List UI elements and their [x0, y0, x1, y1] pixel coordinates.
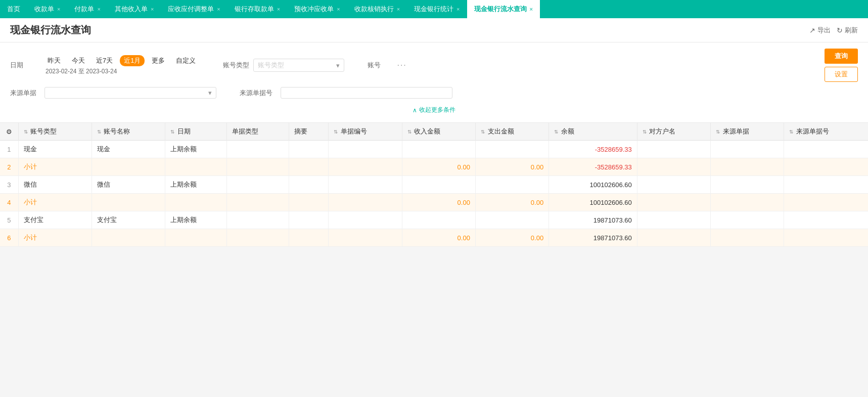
- date-range: 2023-02-24 至 2023-03-24: [45, 67, 200, 76]
- nav-tab-银行存取款单[interactable]: 银行存取款单 ×: [227, 0, 287, 18]
- cell-source-doc-no: [784, 141, 868, 158]
- cell-date: 上期余额: [165, 211, 226, 229]
- chevron-down-icon: ▾: [208, 89, 212, 97]
- source-doc-no-input[interactable]: [281, 87, 452, 99]
- date-option-1month[interactable]: 近1月: [120, 55, 145, 66]
- cell-income: [402, 176, 475, 194]
- nav-tab-其他收入单[interactable]: 其他收入单 ×: [108, 0, 161, 18]
- th-account-type[interactable]: ⇅ 账号类型: [18, 123, 92, 141]
- cell-doc-type: [227, 211, 289, 229]
- cell-summary: [289, 176, 329, 194]
- th-income[interactable]: ⇅ 收入金额: [402, 123, 475, 141]
- th-account-name[interactable]: ⇅ 账号名称: [92, 123, 165, 141]
- close-icon[interactable]: ×: [97, 0, 100, 18]
- nav-tab-应收应付调整单[interactable]: 应收应付调整单 ×: [161, 0, 227, 18]
- date-option-7days[interactable]: 近7天: [92, 55, 117, 66]
- nav-tab-预收冲应收单[interactable]: 预收冲应收单 ×: [287, 0, 347, 18]
- cell-source-doc: [710, 158, 784, 176]
- cell-account-name: 微信: [92, 176, 165, 194]
- cell-index: 3: [0, 176, 18, 194]
- close-icon[interactable]: ×: [151, 0, 154, 18]
- th-expense[interactable]: ⇅ 支出金额: [475, 123, 549, 141]
- close-icon[interactable]: ×: [57, 0, 60, 18]
- query-button[interactable]: 查询: [825, 49, 858, 64]
- cell-date: [165, 194, 226, 211]
- sort-icon: ⇅: [789, 129, 793, 135]
- account-type-value: 账号类型: [258, 61, 284, 70]
- close-icon[interactable]: ×: [530, 0, 533, 18]
- gear-icon[interactable]: ⚙: [6, 128, 12, 136]
- th-source-doc[interactable]: ⇅ 来源单据: [710, 123, 784, 141]
- filter-area: 日期 昨天 今天 近7天 近1月 更多 自定义 2023-02-24 至 202…: [0, 42, 868, 123]
- cell-doc-no: [329, 176, 402, 194]
- cell-account-type: 微信: [18, 176, 92, 194]
- cell-source-doc-no: [784, 211, 868, 229]
- cell-doc-no: [329, 141, 402, 158]
- close-icon[interactable]: ×: [397, 0, 400, 18]
- th-other-name[interactable]: ⇅ 对方户名: [637, 123, 710, 141]
- sort-icon: ⇅: [407, 129, 412, 135]
- cell-doc-type: [227, 194, 289, 211]
- header-actions: ↗ 导出 ↻ 刷新: [809, 26, 858, 35]
- account-type-label: 账号类型: [223, 61, 249, 70]
- cell-index: 4: [0, 194, 18, 211]
- cell-summary: [289, 158, 329, 176]
- sort-icon: ⇅: [24, 129, 28, 135]
- cell-source-doc: [710, 229, 784, 247]
- date-option-yesterday[interactable]: 昨天: [43, 55, 65, 66]
- cell-doc-type: [227, 229, 289, 247]
- close-icon[interactable]: ×: [456, 0, 460, 18]
- export-button[interactable]: ↗ 导出: [809, 26, 831, 35]
- collapse-bar[interactable]: ∧ 收起更多条件: [10, 104, 858, 116]
- th-summary[interactable]: 摘要: [289, 123, 329, 141]
- cell-balance: -3528659.33: [549, 158, 637, 176]
- settings-button[interactable]: 设置: [825, 67, 858, 82]
- cell-doc-type: [227, 158, 289, 176]
- refresh-button[interactable]: ↻ 刷新: [837, 26, 858, 35]
- date-option-more[interactable]: 更多: [148, 55, 169, 66]
- refresh-icon: ↻: [837, 26, 843, 34]
- nav-tab-现金银行流水查询[interactable]: 现金银行流水查询 ×: [467, 0, 540, 18]
- close-icon[interactable]: ×: [277, 0, 280, 18]
- sort-icon: ⇅: [716, 129, 720, 135]
- table-row: 2 小计 0.00 0.00 -3528659.33: [0, 158, 868, 176]
- cell-account-name: [92, 158, 165, 176]
- cell-other-name: [637, 229, 710, 247]
- table-header-row: ⚙ ⇅ 账号类型 ⇅ 账号名称 ⇅ 日期 单据类型 摘要: [0, 123, 868, 141]
- cell-other-name: [637, 158, 710, 176]
- th-source-doc-no[interactable]: ⇅ 来源单据号: [784, 123, 868, 141]
- cell-source-doc-no: [784, 176, 868, 194]
- nav-home[interactable]: 首页: [0, 0, 27, 18]
- account-dots[interactable]: ···: [397, 61, 406, 70]
- th-doc-type[interactable]: 单据类型: [227, 123, 289, 141]
- cell-account-name: [92, 229, 165, 247]
- date-option-today[interactable]: 今天: [68, 55, 89, 66]
- source-doc-select[interactable]: ▾: [44, 87, 216, 99]
- date-options: 昨天 今天 近7天 近1月 更多 自定义: [43, 55, 200, 66]
- nav-tab-现金银行统计[interactable]: 现金银行统计 ×: [407, 0, 467, 18]
- nav-tab-收款单[interactable]: 收款单 ×: [27, 0, 67, 18]
- nav-tab-付款单[interactable]: 付款单 ×: [67, 0, 107, 18]
- filter-row-1: 日期 昨天 今天 近7天 近1月 更多 自定义 2023-02-24 至 202…: [10, 49, 858, 82]
- th-gear[interactable]: ⚙: [0, 123, 18, 141]
- cell-income: [402, 141, 475, 158]
- sort-icon: ⇅: [334, 129, 338, 135]
- source-doc-label: 来源单据: [10, 89, 36, 98]
- close-icon[interactable]: ×: [217, 0, 220, 18]
- cell-summary: [289, 141, 329, 158]
- cell-other-name: [637, 211, 710, 229]
- cell-doc-no: [329, 229, 402, 247]
- close-icon[interactable]: ×: [337, 0, 340, 18]
- date-option-custom[interactable]: 自定义: [172, 55, 200, 66]
- cell-other-name: [637, 141, 710, 158]
- nav-tab-收款核销执行[interactable]: 收款核销执行 ×: [347, 0, 407, 18]
- cell-income: 0.00: [402, 229, 475, 247]
- account-type-select[interactable]: 账号类型 ▾: [253, 59, 344, 72]
- source-doc-no-label: 来源单据号: [240, 89, 272, 98]
- th-date[interactable]: ⇅ 日期: [165, 123, 226, 141]
- date-label: 日期: [10, 61, 35, 70]
- cell-expense: 0.00: [475, 229, 549, 247]
- th-balance[interactable]: ⇅ 余额: [549, 123, 637, 141]
- th-doc-no[interactable]: ⇅ 单据编号: [329, 123, 402, 141]
- chevron-up-icon: ∧: [413, 107, 417, 114]
